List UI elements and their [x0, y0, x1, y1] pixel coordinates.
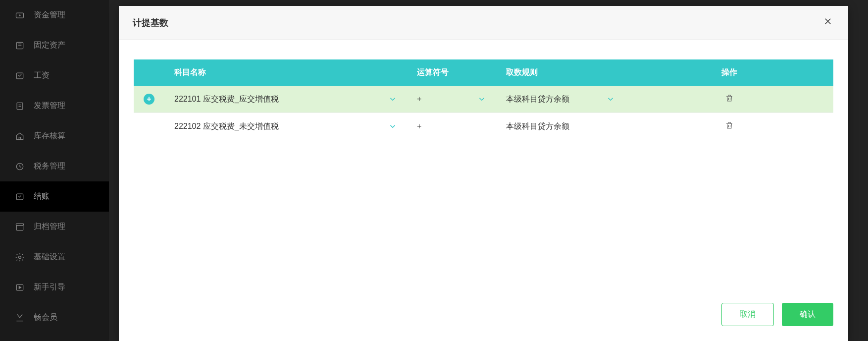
- operator-cell[interactable]: +: [407, 86, 496, 113]
- sidebar: 资金管理 固定资产 工资 发票管理 库存核算 税务管理 结账: [0, 0, 109, 341]
- svg-point-8: [19, 256, 21, 258]
- chevron-down-icon: [388, 95, 397, 104]
- operator-value: +: [417, 122, 421, 131]
- sidebar-item-archive[interactable]: 归档管理: [0, 212, 109, 242]
- salary-icon: [15, 71, 25, 81]
- close-icon: [823, 17, 832, 28]
- sidebar-item-closing[interactable]: 结账: [0, 181, 109, 212]
- table-header-add: [134, 59, 164, 86]
- add-cell: [134, 113, 164, 140]
- modal-title: 计提基数: [133, 17, 168, 29]
- sidebar-item-label: 畅会员: [34, 312, 57, 323]
- svg-rect-3: [17, 103, 23, 109]
- operator-value: +: [417, 95, 421, 104]
- table-body: + 222101 应交税费_应交增值税 +: [134, 86, 833, 140]
- sidebar-item-label: 结账: [34, 191, 50, 202]
- sidebar-item-inventory[interactable]: 库存核算: [0, 121, 109, 151]
- chevron-down-icon: [606, 95, 615, 104]
- inventory-icon: [15, 131, 25, 141]
- confirm-button[interactable]: 确认: [782, 303, 833, 326]
- gear-icon: [15, 252, 25, 262]
- action-cell: [625, 113, 833, 140]
- tax-icon: [15, 162, 25, 171]
- operator-cell[interactable]: +: [407, 113, 496, 140]
- chevron-down-icon: [388, 122, 397, 131]
- rule-value: 本级科目贷方余额: [506, 94, 569, 105]
- subject-cell[interactable]: 222101 应交税费_应交增值税: [164, 86, 407, 113]
- sidebar-item-label: 固定资产: [34, 40, 65, 51]
- sidebar-item-label: 发票管理: [34, 101, 65, 111]
- subject-value: 222101 应交税费_应交增值税: [174, 94, 279, 105]
- cancel-button[interactable]: 取消: [721, 303, 774, 326]
- table-header-subject: 科目名称: [164, 59, 407, 86]
- member-icon: [15, 313, 25, 323]
- sidebar-item-guide[interactable]: 新手引导: [0, 272, 109, 302]
- sidebar-item-settings[interactable]: 基础设置: [0, 242, 109, 272]
- sidebar-item-label: 库存核算: [34, 131, 65, 141]
- table-header-action: 操作: [625, 59, 833, 86]
- delete-row-button[interactable]: [725, 94, 734, 104]
- closing-icon: [15, 192, 25, 202]
- svg-rect-6: [16, 225, 23, 230]
- subject-value: 222102 应交税费_未交增值税: [174, 121, 279, 132]
- funds-icon: [15, 10, 25, 20]
- sidebar-item-invoice[interactable]: 发票管理: [0, 91, 109, 121]
- chevron-down-icon: [477, 95, 486, 104]
- modal-body: 科目名称 运算符号 取数规则 操作 + 222101 应交税费_应交增值税: [119, 40, 848, 293]
- sidebar-item-funds[interactable]: 资金管理: [0, 0, 109, 30]
- sidebar-item-label: 基础设置: [34, 252, 65, 262]
- rule-cell[interactable]: 本级科目贷方余额: [496, 113, 625, 140]
- accrual-table: 科目名称 运算符号 取数规则 操作 + 222101 应交税费_应交增值税: [134, 59, 833, 140]
- table-header-rule: 取数规则: [496, 59, 625, 86]
- invoice-icon: [15, 101, 25, 111]
- table-row: + 222101 应交税费_应交增值税 +: [134, 86, 833, 113]
- action-cell: [625, 86, 833, 113]
- table-header-operator: 运算符号: [407, 59, 496, 86]
- add-row-button[interactable]: +: [144, 94, 154, 105]
- guide-icon: [15, 283, 25, 292]
- sidebar-item-label: 新手引导: [34, 282, 65, 292]
- subject-cell[interactable]: 222102 应交税费_未交增值税: [164, 113, 407, 140]
- delete-row-button[interactable]: [725, 121, 734, 131]
- add-cell: +: [134, 86, 164, 113]
- svg-rect-7: [16, 224, 24, 225]
- trash-icon: [725, 94, 734, 104]
- sidebar-item-tax[interactable]: 税务管理: [0, 151, 109, 181]
- modal-footer: 取消 确认: [119, 293, 848, 341]
- sidebar-item-salary[interactable]: 工资: [0, 60, 109, 91]
- sidebar-item-label: 资金管理: [34, 10, 65, 20]
- modal-dialog: 计提基数 科目名称 运算符号 取数规则 操作 +: [119, 6, 848, 341]
- trash-icon: [725, 121, 734, 131]
- assets-icon: [15, 41, 25, 51]
- table-row: 222102 应交税费_未交增值税 + 本级科目贷方余额: [134, 113, 833, 140]
- sidebar-item-member[interactable]: 畅会员: [0, 302, 109, 333]
- sidebar-item-label: 工资: [34, 70, 50, 81]
- modal-header: 计提基数: [119, 6, 848, 40]
- archive-icon: [15, 222, 25, 232]
- sidebar-item-label: 税务管理: [34, 161, 65, 171]
- close-button[interactable]: [821, 15, 834, 30]
- sidebar-item-label: 归档管理: [34, 222, 65, 232]
- rule-cell[interactable]: 本级科目贷方余额: [496, 86, 625, 113]
- rule-value: 本级科目贷方余额: [506, 121, 569, 132]
- sidebar-item-assets[interactable]: 固定资产: [0, 30, 109, 60]
